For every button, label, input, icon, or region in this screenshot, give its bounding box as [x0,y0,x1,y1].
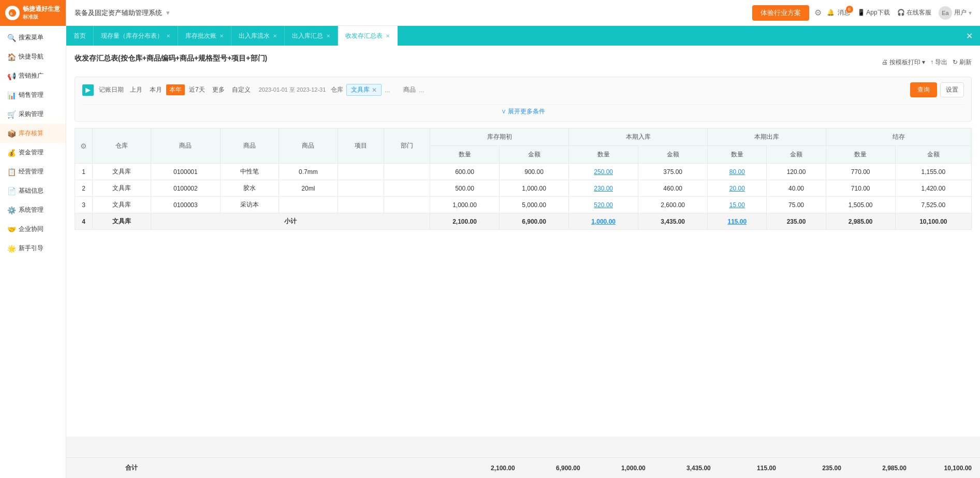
tab-home-label: 首页 [74,32,86,40]
bell-icon: 🔔 [827,9,835,16]
print-btn[interactable]: 🖨 按模板打印 ▾ [882,58,925,67]
settings-btn[interactable]: 设置 [940,82,964,97]
subtotal-label: 小计 [151,213,430,230]
topbar-dropdown-icon: ▾ [166,9,170,17]
tab-collection-summary-close[interactable]: ✕ [386,33,390,39]
total-close-amt: 10,100.00 [906,463,972,472]
subtotal-close-qty: 2,985.00 [826,213,895,230]
subtotal-out-qty[interactable]: 115.00 [708,213,767,230]
bottom-bar: 合计 2,100.00 6,900.00 1,000.00 3,435.00 1… [66,457,980,478]
sidebar-label-operations: 经营管理 [19,167,43,176]
refresh-label: 刷新 [959,58,972,67]
col-goods-name-header: 商品 [220,128,279,164]
sidebar-item-basic[interactable]: 📄 基础信息 [0,181,66,200]
date-btn-this-month[interactable]: 本月 [147,84,165,95]
sidebar-label-system: 系统管理 [19,206,43,214]
row2-close-amt: 1,420.00 [895,180,971,197]
tabbar-close-btn[interactable]: ✕ [959,31,980,41]
row2-in-qty[interactable]: 230.00 [569,180,638,197]
row3-open-amt: 5,000.00 [500,197,569,213]
tab-inout-summary-close[interactable]: ✕ [326,33,330,39]
row3-warehouse: 文具库 [93,197,151,213]
gear-icon[interactable]: ⚙ [814,8,822,18]
date-btn-7days[interactable]: 近7天 [186,84,208,95]
sidebar-item-system[interactable]: ⚙️ 系统管理 [0,200,66,220]
col-department-header: 部门 [384,128,430,164]
total-open-amt: 6,900.00 [515,463,580,472]
tab-inventory-dist-close[interactable]: ✕ [166,33,170,39]
row1-close-amt: 1,155.00 [895,164,971,180]
username: 用户 [954,8,967,17]
tab-batch[interactable]: 库存批次账 ✕ [178,26,231,46]
export-btn[interactable]: ↑ 导出 [930,58,947,67]
expand-conditions-btn[interactable]: ∨ 展开更多条件 [501,107,545,116]
row3-in-qty[interactable]: 520.00 [569,197,638,213]
filter-toggle-btn[interactable]: ▶ [82,84,94,96]
sidebar-item-quick-nav[interactable]: 🏠 快捷导航 [0,47,66,66]
goods-more[interactable]: ... [419,86,424,94]
date-btn-this-year[interactable]: 本年 [166,84,185,95]
export-label: 导出 [935,58,947,67]
warehouse-tag-close[interactable]: ✕ [372,86,377,94]
tab-inventory-dist[interactable]: 现存量（库存分布表） ✕ [94,26,178,46]
row3-out-qty[interactable]: 15.00 [708,197,767,213]
table-row: 3 文具库 0100003 采访本 1,000.00 5,000.00 520.… [75,197,972,213]
date-btn-custom[interactable]: 自定义 [229,84,254,95]
subtotal-in-qty[interactable]: 1,000.00 [569,213,638,230]
tab-inout-flow[interactable]: 出入库流水 ✕ [231,26,285,46]
table-settings-icon[interactable]: ⚙ [80,142,87,150]
row1-close-qty: 770.00 [826,164,895,180]
sidebar-item-finance[interactable]: 💰 资金管理 [0,143,66,162]
query-btn[interactable]: 查询 [910,82,937,97]
marketing-icon: 📢 [7,72,16,80]
inventory-icon: 📦 [7,129,16,138]
date-range-display: 2023-01-01 至 2023-12-31 [259,86,326,94]
system-title: 装备及固定资产辅助管理系统 [75,9,162,17]
expand-icon: ∨ [501,108,506,115]
sidebar-item-marketing[interactable]: 📢 营销推广 [0,66,66,85]
date-btn-more[interactable]: 更多 [209,84,228,95]
date-filter-section: 记账日期 上月 本月 本年 近7天 更多 自定义 [99,84,254,95]
sidebar-item-enterprise[interactable]: 🤝 企业协同 [0,220,66,239]
topbar: 装备及固定资产辅助管理系统 ▾ 体验行业方案 ⚙ 🔔 6 消息 📱 App下载 … [66,0,980,26]
row1-out-qty[interactable]: 80.00 [708,164,767,180]
table-row: 1 文具库 0100001 中性笔 0.7mm 600.00 900.00 25… [75,164,972,180]
sidebar-item-sales[interactable]: 📊 销售管理 [0,85,66,105]
tab-inout-flow-close[interactable]: ✕ [273,33,277,39]
row3-department [384,197,430,213]
purchase-icon: 🛒 [7,110,16,119]
sidebar-item-newbie[interactable]: 🌟 新手引导 [0,239,66,258]
row3-project [338,197,384,213]
row1-in-qty[interactable]: 250.00 [569,164,638,180]
sidebar: 6 畅捷通好生意 标准版 🔍 搜索菜单 🏠 快捷导航 📢 营销推广 📊 销售管理… [0,0,66,478]
notification-bell[interactable]: 🔔 6 消息 [827,8,850,17]
date-btn-last-month[interactable]: 上月 [127,84,145,95]
tab-home[interactable]: 首页 [66,26,94,46]
row2-out-qty[interactable]: 20.00 [708,180,767,197]
sidebar-label-finance: 资金管理 [19,148,43,157]
filter-bar: ▶ 记账日期 上月 本月 本年 近7天 更多 自定义 2023-01-01 至 … [75,77,972,122]
tab-inout-summary[interactable]: 出入库汇总 ✕ [285,26,338,46]
data-table: ⚙ 仓库 商品 商品 商品 项目 部门 库存期初 本期入库 本期出库 结存 [75,128,972,230]
tab-batch-close[interactable]: ✕ [220,33,224,39]
experience-btn[interactable]: 体验行业方案 [752,5,809,21]
refresh-btn[interactable]: ↻ 刷新 [953,58,972,67]
sidebar-item-operations[interactable]: 📋 经营管理 [0,162,66,181]
sidebar-item-inventory[interactable]: 📦 库存核算 [0,124,66,143]
app-download[interactable]: 📱 App下载 [857,8,890,17]
tab-inout-flow-label: 出入库流水 [239,32,270,40]
sidebar-item-search[interactable]: 🔍 搜索菜单 [0,28,66,47]
user-dropdown-icon: ▾ [969,9,972,17]
online-service[interactable]: 🎧 在线客服 [897,8,931,17]
warehouse-more[interactable]: ... [385,86,390,94]
sidebar-item-purchase[interactable]: 🛒 采购管理 [0,105,66,124]
row1-no: 1 [75,164,93,180]
user-menu[interactable]: Ea 用户 ▾ [939,6,972,20]
sidebar-label-sales: 销售管理 [19,91,43,99]
tab-collection-summary[interactable]: 收发存汇总表 ✕ [338,26,398,46]
col-closing-header: 结存 [826,128,971,146]
tabbar: 首页 现存量（库存分布表） ✕ 库存批次账 ✕ 出入库流水 ✕ 出入库汇总 ✕ … [66,26,980,46]
col-inbound-header: 本期入库 [569,128,708,146]
col-warehouse-header: 仓库 [93,128,151,164]
print-label: 按模板打印 [889,58,920,67]
